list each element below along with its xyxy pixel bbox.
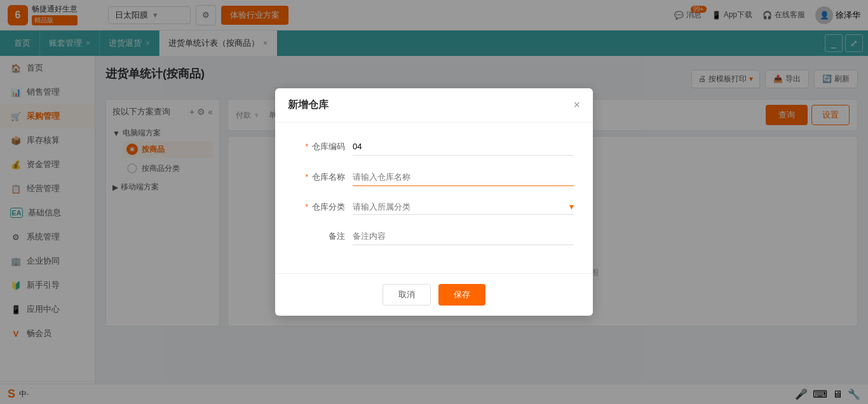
name-label: * 仓库名称 bbox=[294, 172, 345, 183]
dialog-overlay: 新增仓库 × * 仓库编码 * 仓库名称 bbox=[0, 0, 868, 404]
code-label: * 仓库编码 bbox=[294, 141, 345, 152]
dialog-close-button[interactable]: × bbox=[573, 98, 580, 112]
dialog-body: * 仓库编码 * 仓库名称 * 仓库分类 bbox=[275, 123, 593, 273]
category-input[interactable] bbox=[353, 202, 569, 212]
note-input[interactable] bbox=[353, 227, 574, 245]
cancel-button[interactable]: 取消 bbox=[383, 284, 431, 306]
dialog-header: 新增仓库 × bbox=[275, 88, 593, 123]
category-dropdown-icon[interactable]: ▾ bbox=[569, 201, 574, 212]
note-label: 备注 bbox=[294, 231, 345, 242]
dialog-title: 新增仓库 bbox=[288, 98, 329, 112]
name-input[interactable] bbox=[353, 168, 574, 186]
category-select-wrapper: ▾ bbox=[353, 199, 574, 215]
category-form-row: * 仓库分类 ▾ bbox=[294, 199, 574, 215]
category-label: * 仓库分类 bbox=[294, 201, 345, 213]
code-input[interactable] bbox=[353, 138, 574, 156]
note-form-row: 备注 bbox=[294, 227, 574, 245]
code-form-row: * 仓库编码 bbox=[294, 138, 574, 156]
save-button[interactable]: 保存 bbox=[438, 284, 485, 306]
new-warehouse-dialog: 新增仓库 × * 仓库编码 * 仓库名称 bbox=[275, 88, 593, 316]
name-form-row: * 仓库名称 bbox=[294, 168, 574, 186]
dialog-footer: 取消 保存 bbox=[275, 273, 593, 316]
